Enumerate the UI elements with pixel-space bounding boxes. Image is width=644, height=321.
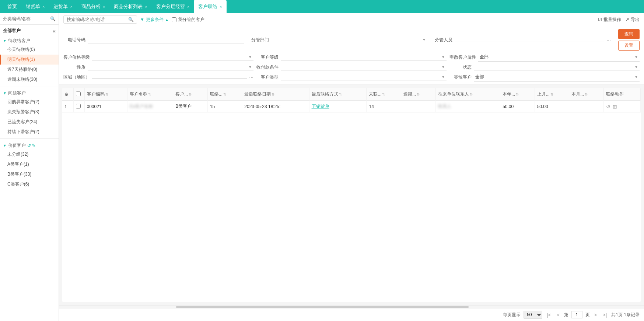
- my-customers-checkbox[interactable]: [172, 17, 176, 22]
- row-checkbox[interactable]: [76, 104, 81, 108]
- retail-customer-select[interactable]: 全部 ▼: [474, 73, 640, 82]
- sidebar-item-7days[interactable]: 近7天待联络(0): [0, 65, 59, 75]
- close-icon[interactable]: ×: [103, 4, 105, 9]
- filter-btn[interactable]: ▼ 更多条件 ▲: [140, 17, 169, 23]
- sort-icon[interactable]: ⇅: [148, 92, 151, 96]
- sort-icon[interactable]: ⇅: [189, 92, 192, 96]
- sidebar-item-a-class[interactable]: A类客户(1): [0, 159, 59, 169]
- my-customers-checkbox-label[interactable]: 我分管的客户: [172, 17, 204, 23]
- cell-last-month: 50.00: [535, 101, 569, 113]
- nav-item-customer-ops[interactable]: 客户分层经营 ×: [152, 0, 194, 13]
- grid-action-icon[interactable]: ⊞: [613, 104, 617, 110]
- sort-icon[interactable]: ⇅: [516, 92, 519, 96]
- col-last-month: 上月...⇅: [535, 88, 569, 101]
- sidebar-item-declining[interactable]: 持续下滑客户(2): [0, 127, 59, 137]
- sort-icon[interactable]: ⇅: [223, 92, 226, 96]
- prev-page-btn[interactable]: <: [555, 311, 561, 318]
- edit-icon[interactable]: ✎: [32, 143, 36, 148]
- cell-action: ↺ ⊞: [603, 101, 640, 113]
- sort-icon[interactable]: ⇅: [550, 92, 553, 96]
- sort-icon[interactable]: ⇅: [585, 92, 588, 96]
- retail-attr-select[interactable]: 全部 ▼: [478, 53, 640, 62]
- status-select[interactable]: ▼: [474, 64, 640, 70]
- sort-icon[interactable]: ⇅: [105, 92, 108, 96]
- nav-item-analysis[interactable]: 商品分析 ×: [77, 0, 109, 13]
- person-select[interactable]: [455, 39, 604, 41]
- nav-item-home[interactable]: 首页: [3, 0, 21, 13]
- sort-icon[interactable]: ⇅: [339, 92, 342, 96]
- set-button[interactable]: 设置: [618, 41, 640, 51]
- price-level-select[interactable]: ▼: [92, 54, 253, 61]
- per-page-select[interactable]: 50 100 200: [524, 311, 542, 319]
- filter-region: 区域（地区） ···: [63, 74, 253, 80]
- close-icon[interactable]: ×: [70, 4, 72, 9]
- page-input[interactable]: [571, 311, 582, 318]
- customer-type-select[interactable]: ▼: [281, 74, 447, 80]
- query-button[interactable]: 查询: [618, 29, 640, 39]
- payment-select[interactable]: ▼: [281, 64, 447, 70]
- dept-select[interactable]: ▼: [271, 37, 427, 43]
- scrollbar-thumb[interactable]: [176, 306, 469, 308]
- col-this-year: 本年...⇅: [500, 88, 535, 101]
- price-level-label: 客户价格等级: [63, 54, 90, 61]
- triangle-icon: ▼: [3, 39, 7, 43]
- cell-un-contact: 14: [367, 101, 401, 113]
- close-icon[interactable]: ×: [187, 4, 189, 9]
- sidebar-item-repurchase-anomaly[interactable]: 回购异常客户(2): [0, 97, 59, 107]
- sort-icon[interactable]: ⇅: [417, 92, 420, 96]
- refresh-action-icon[interactable]: ↺: [606, 104, 610, 110]
- search-icon[interactable]: 🔍: [128, 17, 134, 22]
- next-page-btn[interactable]: >: [593, 311, 599, 318]
- filter-gender: 性质 ▼: [63, 64, 253, 70]
- sort-icon[interactable]: ⇅: [272, 92, 274, 96]
- chevron-down-icon: ▼: [634, 75, 638, 79]
- select-all-checkbox[interactable]: [76, 92, 81, 96]
- sidebar-item-b-class[interactable]: B类客户(33): [0, 169, 59, 179]
- sidebar-item-churned[interactable]: 已流失客户(24): [0, 117, 59, 127]
- sidebar-item-tomorrow[interactable]: 明天待联络(1): [0, 55, 59, 65]
- close-icon[interactable]: ×: [42, 4, 45, 9]
- horizontal-scrollbar[interactable]: [59, 305, 644, 308]
- sidebar-item-today[interactable]: 今天待联络(0): [0, 45, 59, 55]
- phone-input[interactable]: [88, 36, 244, 44]
- sort-icon[interactable]: ⇅: [470, 92, 473, 96]
- refresh-icon[interactable]: ↺: [27, 143, 31, 148]
- last-page-btn[interactable]: >|: [601, 311, 608, 318]
- search-input[interactable]: [67, 17, 128, 22]
- nav-item-analysis-list[interactable]: 商品分析列表 ×: [109, 0, 151, 13]
- cell-last-method[interactable]: 下销货单: [309, 101, 367, 113]
- first-page-btn[interactable]: |<: [545, 311, 552, 318]
- cell-contact: 15: [207, 101, 242, 113]
- sidebar-item-ungrouped[interactable]: 未分组(32): [0, 149, 59, 159]
- col-this-month: 本月...⇅: [569, 88, 604, 101]
- close-icon[interactable]: ×: [220, 4, 222, 9]
- nav-item-purchase[interactable]: 进货单 ×: [49, 0, 77, 13]
- cell-checkbox[interactable]: [73, 101, 84, 113]
- close-icon[interactable]: ×: [145, 4, 147, 9]
- search-box[interactable]: 🔍: [63, 15, 137, 24]
- data-table: ⚙ 客户编码⇅ 客户名称⇅ 客户...⇅ 联络...⇅ 最后联络日期⇅ 最后联络…: [62, 88, 641, 113]
- sidebar-search-icon[interactable]: 🔍: [50, 16, 56, 21]
- toolbar-right: ☑ 批量操作 ↗ 导出: [598, 17, 640, 23]
- sidebar-item-overdue[interactable]: 逾期未联络(30): [0, 75, 59, 84]
- sidebar-search-input[interactable]: [3, 16, 50, 21]
- nav-item-sales[interactable]: 销货单 ×: [21, 0, 49, 13]
- more-dots-icon[interactable]: ···: [606, 37, 611, 43]
- gender-select[interactable]: ▼: [88, 64, 253, 70]
- sidebar-all-customers[interactable]: 全部客户 «: [0, 25, 59, 35]
- sidebar-search-area: 🔍: [0, 13, 59, 25]
- export-btn[interactable]: ↗ 导出: [626, 17, 640, 23]
- customer-level-select[interactable]: ▼: [281, 54, 447, 61]
- last-contact-link[interactable]: 下销货单: [312, 104, 329, 109]
- col-settings[interactable]: ⚙: [62, 88, 73, 101]
- sort-icon[interactable]: ⇅: [382, 92, 385, 96]
- sidebar-item-c-class[interactable]: C类客户(6): [0, 179, 59, 189]
- collapse-icon[interactable]: «: [53, 28, 56, 34]
- filter-status: 状态 ▼: [449, 64, 640, 70]
- nav-item-customer-contact[interactable]: 客户联络 ×: [194, 0, 226, 13]
- filter-customer-level: 客户等级 ▼: [256, 54, 447, 61]
- more-dots-icon[interactable]: ···: [249, 74, 253, 80]
- region-select[interactable]: [92, 76, 247, 79]
- sidebar-item-churn-warning[interactable]: 流失预警客户(3): [0, 107, 59, 117]
- batch-op-btn[interactable]: ☑ 批量操作: [598, 17, 621, 23]
